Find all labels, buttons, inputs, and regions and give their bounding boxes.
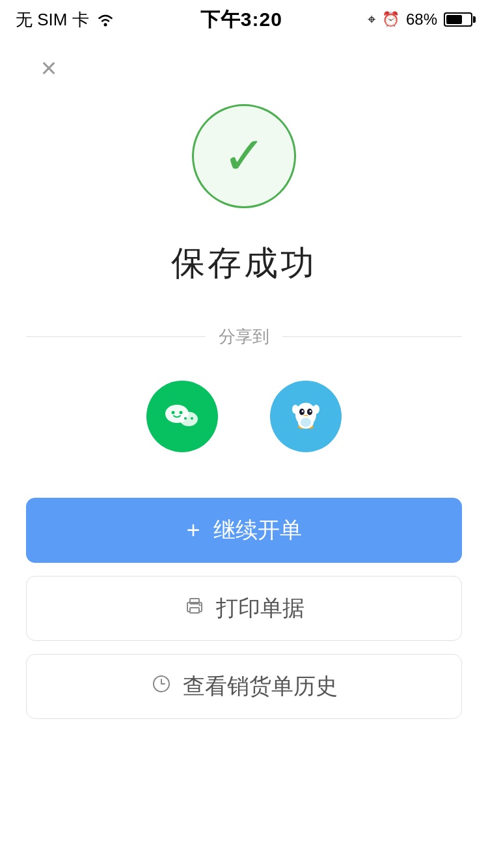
divider-right	[282, 336, 462, 337]
close-button[interactable]: ×	[33, 52, 65, 85]
print-label: 打印单据	[216, 593, 305, 623]
print-icon	[183, 595, 206, 622]
wechat-share-button[interactable]	[146, 381, 218, 452]
battery-icon	[444, 12, 472, 27]
actions-section: + 继续开单 打印单据 查看销货单历史	[26, 498, 462, 719]
close-icon: ×	[41, 55, 57, 82]
svg-point-2	[180, 412, 198, 426]
svg-point-10	[302, 411, 304, 413]
svg-point-11	[310, 411, 312, 413]
svg-point-5	[184, 417, 187, 420]
share-divider: 分享到	[26, 325, 462, 348]
qq-share-button[interactable]	[270, 381, 342, 452]
share-label: 分享到	[219, 325, 269, 348]
divider-left	[26, 336, 206, 337]
continue-button[interactable]: + 继续开单	[26, 498, 462, 563]
success-section: ✓ 保存成功	[171, 104, 317, 286]
svg-point-0	[103, 23, 107, 27]
checkmark-icon: ✓	[223, 130, 266, 182]
svg-point-13	[292, 405, 299, 414]
print-button[interactable]: 打印单据	[26, 576, 462, 641]
share-section: 分享到	[26, 325, 462, 452]
share-icons	[146, 381, 342, 452]
svg-point-3	[172, 411, 175, 414]
svg-point-4	[180, 411, 183, 414]
carrier-label: 无 SIM 卡	[16, 8, 89, 31]
svg-point-6	[191, 417, 193, 420]
status-time: 下午3:20	[200, 7, 282, 33]
status-right: ⌖ ⏰ 68%	[368, 10, 472, 29]
history-button[interactable]: 查看销货单历史	[26, 654, 462, 719]
svg-point-14	[313, 405, 319, 414]
history-icon	[150, 673, 172, 700]
success-circle: ✓	[192, 104, 296, 208]
main-content: ✓ 保存成功 分享到	[0, 39, 488, 719]
alarm-icon: ⏰	[382, 11, 400, 28]
svg-point-22	[199, 604, 201, 606]
success-title: 保存成功	[171, 241, 317, 286]
plus-icon: +	[186, 517, 200, 544]
status-bar: 无 SIM 卡 下午3:20 ⌖ ⏰ 68%	[0, 0, 488, 39]
battery-percentage: 68%	[406, 10, 437, 29]
qq-icon	[286, 396, 326, 437]
location-icon: ⌖	[368, 11, 375, 28]
history-label: 查看销货单历史	[183, 671, 338, 701]
battery-fill	[446, 15, 462, 24]
continue-label: 继续开单	[213, 515, 302, 545]
wechat-icon	[160, 394, 204, 439]
svg-rect-21	[190, 608, 199, 613]
wifi-icon	[96, 12, 115, 27]
status-left: 无 SIM 卡	[16, 8, 115, 31]
svg-point-18	[301, 418, 311, 427]
